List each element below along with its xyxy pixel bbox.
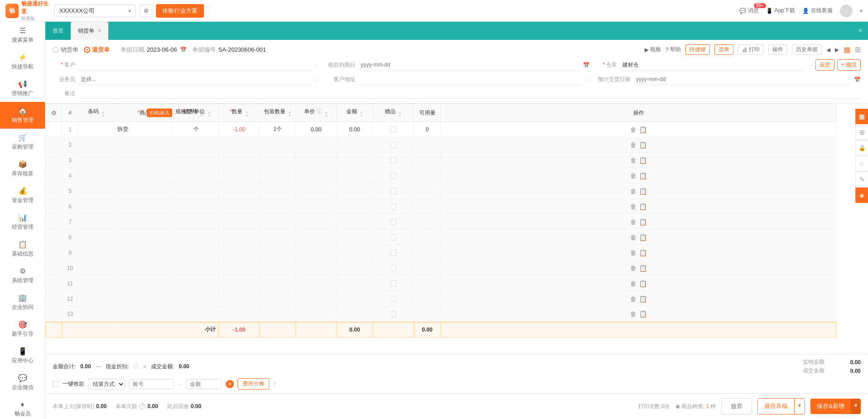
- calendar-icon[interactable]: 📅: [180, 47, 187, 53]
- sidebar-item-operations[interactable]: 📊 经营管理: [0, 209, 45, 236]
- company-selector[interactable]: XXXXXX公司 ▾: [54, 5, 136, 17]
- note-input[interactable]: [78, 88, 861, 99]
- online-service-btn[interactable]: 👤 在线客服: [802, 7, 833, 14]
- sidebar-item-marketing[interactable]: 📢 营销推广: [0, 75, 45, 102]
- row-copy-btn[interactable]: 📋: [639, 126, 647, 133]
- salesperson-input[interactable]: [78, 74, 312, 85]
- row-delete-btn[interactable]: 🗑: [630, 218, 636, 226]
- sidebar-item-inventory[interactable]: 📦 库存核算: [0, 155, 45, 182]
- sidebar-item-sales[interactable]: 🏠 销售管理: [0, 102, 45, 129]
- warehouse-dots-icon[interactable]: ···: [808, 62, 813, 68]
- row-delete-btn[interactable]: 🗑: [630, 310, 636, 318]
- select-btn[interactable]: 选单: [714, 44, 733, 55]
- sidebar-item-wechat[interactable]: 💬 企业微信: [0, 369, 45, 396]
- customer-address-input[interactable]: [358, 74, 583, 85]
- tab-sales-order[interactable]: 销货单 ×: [71, 22, 108, 40]
- sidebar-item-purchase[interactable]: 🛒 采购管理: [0, 129, 45, 155]
- row-delete-btn[interactable]: 🗑: [630, 126, 636, 133]
- customer-input[interactable]: [78, 60, 312, 70]
- tab-home[interactable]: 首页: [45, 22, 71, 40]
- user-arrow[interactable]: ▾: [860, 8, 863, 14]
- abandon-btn[interactable]: 放弃: [721, 398, 752, 414]
- sidebar-item-enterprise[interactable]: 🏢 企业协同: [0, 289, 45, 316]
- row-copy-btn[interactable]: 📋: [639, 141, 647, 149]
- tabs-close-all[interactable]: ×: [853, 27, 868, 35]
- row-copy-btn[interactable]: 📋: [639, 234, 647, 241]
- operation-btn[interactable]: 操作: [768, 44, 787, 55]
- message-btn[interactable]: 💬 消息 99+: [739, 7, 759, 14]
- due-date-calendar-icon[interactable]: 📅: [583, 62, 590, 68]
- col-settings[interactable]: ⚙: [46, 104, 62, 122]
- one-click-pay-checkbox[interactable]: [53, 381, 59, 387]
- due-date-input[interactable]: [358, 60, 581, 70]
- tab-close-icon[interactable]: ×: [98, 28, 101, 34]
- discount-info-icon[interactable]: ⓘ: [133, 363, 139, 371]
- add-payment-btn[interactable]: +: [226, 380, 234, 388]
- print-btn[interactable]: 🖨 打印: [738, 44, 764, 55]
- shortcut-btn[interactable]: 快捷键: [685, 44, 710, 55]
- salesperson-dots-icon[interactable]: ···: [315, 77, 319, 83]
- history-btn[interactable]: 历史单据: [792, 44, 822, 55]
- fee-split-btn[interactable]: 费用分摊: [238, 378, 269, 390]
- row-copy-btn[interactable]: 📋: [639, 203, 647, 210]
- outstanding-question-icon[interactable]: ?: [139, 403, 145, 409]
- float-btn-edit[interactable]: ✎: [855, 172, 868, 187]
- float-btn-orange[interactable]: ◈: [855, 188, 868, 203]
- expected-date-calendar-icon[interactable]: 📅: [854, 77, 861, 83]
- save-new-btn[interactable]: 保存&新增: [810, 399, 851, 414]
- address-dots-icon[interactable]: ···: [585, 77, 590, 83]
- row-delete-btn[interactable]: 🗑: [630, 188, 636, 195]
- fee-help-icon[interactable]: ?: [273, 381, 276, 387]
- row-copy-btn[interactable]: 📋: [639, 265, 647, 272]
- save-draft-arrow[interactable]: ▾: [794, 399, 805, 414]
- save-new-arrow[interactable]: ▾: [851, 399, 861, 414]
- sidebar-item-finance[interactable]: 💰 资金管理: [0, 182, 45, 209]
- radio-return[interactable]: 退货单: [84, 46, 110, 54]
- sidebar-item-search[interactable]: ☰ 搜索菜单: [0, 22, 45, 48]
- amount-input[interactable]: [186, 379, 222, 389]
- row-copy-btn[interactable]: 📋: [639, 310, 647, 318]
- expected-date-input[interactable]: [633, 74, 851, 85]
- app-download-btn[interactable]: 📱 App下载: [766, 7, 795, 14]
- row-delete-btn[interactable]: 🗑: [630, 172, 636, 179]
- view-table-icon[interactable]: ▦: [844, 45, 850, 54]
- sidebar-item-shortcut[interactable]: ⚡ 快捷导航: [0, 48, 45, 75]
- account-input[interactable]: [129, 379, 174, 389]
- float-btn-star[interactable]: ☆: [855, 156, 868, 171]
- sidebar-item-newbie[interactable]: 🎯 新手引导: [0, 316, 45, 342]
- settings-icon-btn[interactable]: ⚙: [140, 5, 152, 17]
- view-card-icon[interactable]: ⊞: [855, 45, 861, 54]
- set-btn[interactable]: 设置: [815, 59, 834, 71]
- row-delete-btn[interactable]: 🗑: [630, 265, 636, 272]
- row-copy-btn[interactable]: 📋: [639, 157, 647, 164]
- customer-dots-icon[interactable]: ···: [315, 62, 319, 68]
- row-copy-btn[interactable]: 📋: [639, 188, 647, 195]
- row-copy-btn[interactable]: 📋: [639, 249, 647, 256]
- float-btn-card[interactable]: ⊞: [855, 125, 868, 140]
- trial-btn[interactable]: 体验行业方案: [156, 4, 204, 18]
- account-dots-icon[interactable]: ···: [178, 381, 182, 387]
- sidebar-item-system[interactable]: ⚙ 系统管理: [0, 262, 45, 289]
- sidebar-item-basic[interactable]: 📋 基础信息: [0, 236, 45, 262]
- float-btn-table[interactable]: ▦: [855, 109, 868, 124]
- row-delete-btn[interactable]: 🗑: [630, 203, 636, 210]
- settlement-method-select[interactable]: 结算方式: [88, 379, 125, 390]
- row-delete-btn[interactable]: 🗑: [630, 280, 636, 287]
- warehouse-input[interactable]: [620, 60, 805, 70]
- row-delete-btn[interactable]: 🗑: [630, 295, 636, 303]
- help-btn[interactable]: ? 帮助: [665, 46, 681, 53]
- flow-btn[interactable]: + 物流: [837, 59, 861, 71]
- nav-next-icon[interactable]: ▶: [835, 47, 839, 53]
- float-btn-lock[interactable]: 🔒: [855, 140, 868, 155]
- video-btn[interactable]: ▶ 视频: [645, 46, 661, 53]
- row-copy-btn[interactable]: 📋: [639, 295, 647, 303]
- row-delete-btn[interactable]: 🗑: [630, 234, 636, 241]
- row-copy-btn[interactable]: 📋: [639, 280, 647, 287]
- scan-btn[interactable]: 扫码录入: [147, 109, 172, 117]
- price-info-icon[interactable]: ⓘ: [317, 108, 322, 115]
- save-draft-btn[interactable]: 保存草稿: [758, 399, 794, 414]
- row-delete-btn[interactable]: 🗑: [630, 249, 636, 256]
- sidebar-item-member[interactable]: ♦ 畅会员: [0, 396, 45, 419]
- nav-prev-icon[interactable]: ◀: [826, 47, 830, 53]
- row-delete-btn[interactable]: 🗑: [630, 141, 636, 149]
